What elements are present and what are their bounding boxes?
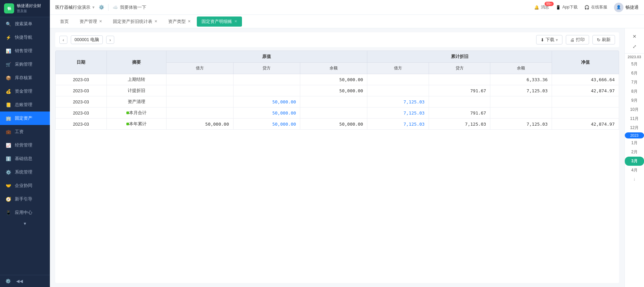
timeline-close-btn[interactable]: ✕ (630, 32, 639, 41)
timeline-month-1[interactable]: 1月 (625, 138, 644, 148)
sidebar-scroll-down[interactable]: ▼ (0, 219, 50, 228)
sidebar-item-label: 库存核算 (15, 75, 32, 81)
sidebar: 畅 畅捷通好业财 普及版 🔍 搜索菜单 ⚡ 快捷导航 📊 销售管理 🛒 采购管理… (0, 0, 50, 287)
cell-yuanzhi-debit: 50,000.00 (166, 119, 233, 130)
notifications-btn[interactable]: 🔔 消息 99+ (534, 4, 549, 10)
compass-icon: 🧭 (5, 196, 11, 202)
timeline-month-6[interactable]: 6月 (625, 69, 644, 78)
info-icon: ℹ️ (5, 156, 11, 162)
timeline-month-4[interactable]: 4月 (625, 166, 644, 175)
collapse-icon[interactable]: ◀◀ (16, 279, 23, 284)
tab-close-icon[interactable]: ✕ (154, 19, 157, 24)
gear-settings-icon[interactable]: ⚙️ (99, 5, 104, 10)
tab-depreciation-table[interactable]: 固定资产折旧统计表 ✕ (108, 17, 162, 27)
timeline-month-5[interactable]: 5月 (625, 60, 644, 69)
download-btn[interactable]: ⬇ 下载 ▾ (536, 35, 562, 44)
cell-leji-debit: 7,125.03 (367, 119, 429, 130)
sidebar-item-label: 新手引导 (15, 196, 32, 202)
cell-date: 2023-03 (56, 74, 107, 85)
sidebar-item-search[interactable]: 🔍 搜索菜单 (0, 17, 50, 31)
timeline-down-icon[interactable]: ↓ (633, 175, 636, 183)
cell-summary: 资产清理 (106, 96, 166, 107)
cell-summary: 本月合计 (106, 107, 166, 119)
tab-asset-management[interactable]: 资产管理 ✕ (75, 17, 107, 27)
box-icon: 📦 (5, 75, 11, 81)
sidebar-item-quick-nav[interactable]: ⚡ 快捷导航 (0, 31, 50, 44)
customer-service-btn[interactable]: 🎧 在线客服 (584, 4, 607, 10)
sidebar-item-enterprise[interactable]: 🤝 企业协同 (0, 179, 50, 192)
sidebar-item-label: 搜索菜单 (15, 21, 32, 27)
tab-close-icon[interactable]: ✕ (188, 19, 191, 24)
cell-yuanzhi-credit: 50,000.00 (233, 119, 300, 130)
company-selector[interactable]: 医疗器械行业演示 ▾ (55, 4, 95, 10)
search-icon: 🔍 (5, 21, 11, 27)
tab-asset-management-label: 资产管理 (80, 19, 97, 25)
tab-home-label: 首页 (60, 19, 69, 25)
sidebar-item-basic-info[interactable]: ℹ️ 基础信息 (0, 152, 50, 165)
timeline-expand-btn[interactable]: ⤢ (630, 42, 639, 51)
print-btn[interactable]: 🖨 打印 (566, 35, 589, 44)
sidebar-item-funds[interactable]: 💰 资金管理 (0, 85, 50, 98)
content-main: ‹ 000001 电脑 › ⬇ 下载 ▾ 🖨 打印 (50, 28, 624, 287)
topbar-right: 🔔 消息 99+ 📱 App下载 🎧 在线客服 👤 畅捷通 (534, 3, 639, 12)
sidebar-item-inventory[interactable]: 📦 库存核算 (0, 71, 50, 85)
sidebar-item-ledger[interactable]: 📒 总账管理 (0, 98, 50, 111)
sidebar-item-label: 系统管理 (15, 169, 32, 175)
book-icon: 📒 (5, 102, 11, 108)
experience-label: 我要体验一下 (120, 4, 146, 10)
timeline-month-9[interactable]: 9月 (625, 96, 644, 105)
tab-close-icon[interactable]: ✕ (99, 19, 102, 24)
sidebar-item-payroll[interactable]: 💼 工资 (0, 125, 50, 138)
sidebar-item-purchase[interactable]: 🛒 采购管理 (0, 58, 50, 71)
cell-yuanzhi-debit (166, 107, 233, 119)
user-area[interactable]: 👤 畅捷通 (614, 3, 639, 12)
tab-asset-detail[interactable]: 固定资产明细账 ✕ (197, 17, 242, 27)
timeline-month-12[interactable]: 12月 (625, 123, 644, 132)
sidebar-item-label: 经营管理 (15, 142, 32, 148)
timeline-month-7[interactable]: 7月 (625, 78, 644, 87)
refresh-label: 刷新 (602, 37, 611, 43)
timeline-month-3-active[interactable]: 3月 (625, 157, 644, 166)
sidebar-item-label: 工资 (15, 129, 24, 135)
refresh-btn[interactable]: ↻ 刷新 (592, 35, 615, 44)
green-dot-icon (126, 111, 129, 114)
sub-col-credit-2: 贷方 (429, 63, 490, 74)
sidebar-item-label: 固定资产 (15, 115, 32, 121)
sidebar-item-operations[interactable]: 📈 经营管理 (0, 138, 50, 152)
sidebar-item-system[interactable]: ⚙️ 系统管理 (0, 165, 50, 179)
asset-code-display: 000001 电脑 (71, 35, 103, 44)
sidebar-item-guide[interactable]: 🧭 新手引导 (0, 192, 50, 206)
cell-summary: 计提折旧 (106, 85, 166, 96)
timeline-month-2[interactable]: 2月 (625, 148, 644, 157)
cell-leji-balance: 6,333.36 (490, 74, 552, 85)
app-download-label: App下载 (562, 4, 578, 10)
cell-summary: 上期结转 (106, 74, 166, 85)
chevron-right-icon: › (110, 37, 111, 42)
asset-prev-btn[interactable]: ‹ (59, 36, 67, 44)
sidebar-item-sales[interactable]: 📊 销售管理 (0, 44, 50, 58)
tab-close-icon[interactable]: ✕ (234, 19, 237, 24)
cell-leji-credit: 791.67 (429, 85, 490, 96)
experience-btn[interactable]: ☁️ 我要体验一下 (113, 4, 146, 10)
timeline-month-8[interactable]: 8月 (625, 87, 644, 96)
logo-subtitle: 普及版 (17, 9, 41, 13)
app-download-btn[interactable]: 📱 App下载 (556, 4, 578, 10)
download-label: 下载 (546, 37, 554, 43)
tab-home[interactable]: 首页 (55, 17, 73, 27)
asset-actions: ⬇ 下载 ▾ 🖨 打印 ↻ 刷新 (536, 35, 615, 44)
sub-col-balance-2: 余额 (490, 63, 552, 74)
print-label: 打印 (576, 37, 585, 43)
tab-asset-type[interactable]: 资产类型 ✕ (163, 17, 195, 27)
briefcase-icon: 💼 (5, 129, 11, 135)
cell-yuanzhi-debit (166, 96, 233, 107)
asset-next-btn[interactable]: › (106, 36, 114, 44)
handshake-icon: 🤝 (5, 183, 11, 189)
cell-yuanzhi-credit (233, 85, 300, 96)
timeline-month-11[interactable]: 11月 (625, 114, 644, 123)
logo-title: 畅捷通好业财 (17, 3, 41, 9)
sidebar-item-fixed-assets[interactable]: 🏢 固定资产 (0, 111, 50, 125)
timeline-month-10[interactable]: 10月 (625, 105, 644, 114)
sidebar-item-app-center[interactable]: 📱 应用中心 (0, 206, 50, 219)
cell-leji-balance: 7,125.03 (490, 85, 552, 96)
settings-icon[interactable]: ⚙️ (5, 279, 11, 284)
